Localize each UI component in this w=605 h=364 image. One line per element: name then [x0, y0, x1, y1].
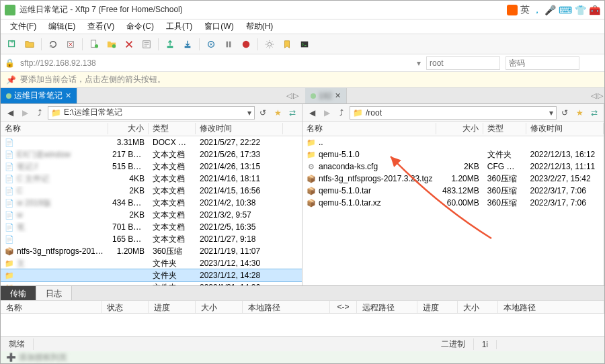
close-tab-icon[interactable]: ✕ [335, 91, 341, 100]
delete-button[interactable] [122, 37, 136, 52]
file-row[interactable]: 📄笔记.f515 Bytes文本文档2021/4/26, 13:15 [1, 161, 302, 173]
local-file-header[interactable]: 名称 大小 类型 修改时间 [1, 122, 302, 136]
remote-file-list[interactable]: 📁..📁qemu-5.1.0文件夹2022/12/13, 16:12⚙anaco… [302, 136, 604, 285]
menu-command[interactable]: 命令(C) [121, 19, 159, 34]
col-name[interactable]: 名称 [1, 123, 108, 134]
ime-skin-icon[interactable]: 👕 [575, 5, 586, 15]
file-row[interactable]: 📄EX门道window217 Bytes文本文档2021/5/26, 17:33 [1, 148, 302, 161]
file-row[interactable]: 📦qemu-5.1.0.tar483.12MB360压缩2022/3/17, 7… [302, 185, 604, 197]
file-row[interactable]: 📄w 2019版434 Bytes文本文档2021/4/2, 10:38 [1, 197, 302, 209]
file-row[interactable]: 📄笔701 Bytes文本文档2021/2/5, 16:35 [1, 221, 302, 233]
pin-icon[interactable]: 📌 [6, 75, 16, 85]
file-row[interactable]: 📦ntfs-3g_ntfsprogs-2017.3.23.tgz1.20MB36… [302, 173, 604, 185]
new-session-button[interactable] [5, 37, 19, 52]
local-path-field[interactable]: 📁 E:\运维日常笔记 ▾ [48, 106, 255, 120]
properties-button[interactable] [139, 37, 154, 52]
tcol-localpath[interactable]: 本地路径 [243, 301, 330, 313]
stop-button[interactable] [239, 37, 253, 52]
tcol-localpath2[interactable]: 本地路径 [498, 301, 604, 313]
tcol-direction[interactable]: <-> [330, 301, 357, 313]
sync-button[interactable] [204, 37, 218, 52]
sync-browse-button[interactable]: ⇄ [588, 108, 601, 118]
open-button[interactable] [22, 37, 37, 52]
log-tab[interactable]: 日志 [36, 286, 72, 300]
new-file-button[interactable] [87, 37, 102, 52]
home-button[interactable]: ★ [271, 108, 284, 118]
col-date[interactable]: 修改时间 [526, 123, 604, 134]
col-size[interactable]: 大小 [436, 123, 483, 134]
up-button[interactable]: ⤴ [335, 108, 348, 118]
file-row[interactable]: 📄w2KB文本文档2021/3/2, 9:57 [1, 209, 302, 221]
ime-language[interactable]: 英 [520, 4, 530, 16]
upload-button[interactable] [163, 37, 177, 52]
file-row[interactable]: ⚙anaconda-ks.cfg2KBCFG 文件2022/12/13, 11:… [302, 161, 604, 173]
ime-keyboard-icon[interactable]: ⌨ [559, 5, 572, 15]
forward-button[interactable]: ▶ [320, 108, 333, 118]
tab-next-icon[interactable]: ▷ [293, 91, 298, 100]
local-tab[interactable]: 运维日常笔记 ✕ [1, 88, 77, 103]
back-button[interactable]: ◀ [3, 108, 17, 118]
file-row[interactable]: 📄C2KB文本文档2021/4/15, 16:56 [1, 185, 302, 197]
dropdown-icon[interactable]: ▾ [417, 58, 421, 68]
menu-help[interactable]: 帮助(H) [241, 19, 279, 34]
download-button[interactable] [180, 37, 195, 52]
transfer-list[interactable] [1, 314, 604, 336]
file-row[interactable]: 📄C 文件记4KB文本文档2021/4/16, 18:11 [1, 173, 302, 185]
menu-view[interactable]: 查看(V) [82, 19, 120, 34]
remote-tab[interactable]: 192 ✕ [305, 88, 347, 103]
remote-file-header[interactable]: 名称 大小 类型 修改时间 [302, 122, 604, 136]
ime-toolbox-icon[interactable]: 🧰 [589, 5, 600, 15]
pause-button[interactable] [221, 37, 236, 52]
username-input[interactable] [426, 56, 500, 70]
tcol-remotepath[interactable]: 远程路径 [357, 301, 417, 313]
col-size[interactable]: 大小 [108, 123, 149, 134]
col-type[interactable]: 类型 [483, 123, 526, 134]
tcol-size2[interactable]: 大小 [458, 301, 498, 313]
file-row[interactable]: 📁qemu-5.1.0文件夹2022/12/13, 16:12 [302, 148, 604, 161]
file-row[interactable]: 📄165 Bytes文本文档2021/1/27, 9:18 [1, 233, 302, 245]
file-row[interactable]: 📦qemu-5.1.0.tar.xz60.00MB360压缩2022/3/17,… [302, 197, 604, 209]
tab-prev-icon[interactable]: ◁ [591, 91, 596, 100]
file-row[interactable]: 📁文文件夹2023/1/12, 14:30 [1, 257, 302, 269]
refresh-button[interactable]: ↺ [558, 108, 571, 118]
dropdown-icon[interactable]: ▾ [549, 108, 553, 118]
menu-window[interactable]: 窗口(W) [199, 19, 239, 34]
up-button[interactable]: ⤴ [33, 108, 46, 118]
host-input[interactable] [17, 56, 414, 70]
col-type[interactable]: 类型 [149, 123, 196, 134]
terminal-button[interactable] [297, 37, 312, 52]
dropdown-icon[interactable]: ▾ [247, 108, 251, 118]
tcol-status[interactable]: 状态 [102, 301, 149, 313]
back-button[interactable]: ◀ [305, 108, 319, 118]
menu-file[interactable]: 文件(F) [5, 19, 42, 34]
tcol-progress[interactable]: 进度 [149, 301, 196, 313]
file-row[interactable]: 📁文件夹2023/1/12, 14:28 [1, 269, 302, 281]
bookmark-button[interactable] [280, 37, 294, 52]
ime-punct-icon[interactable]: ， [532, 4, 542, 16]
file-row[interactable]: 📦ntfs-3g_ntfsprogs-201…1.20MB360压缩2021/1… [1, 245, 302, 257]
sogou-icon[interactable] [507, 5, 518, 15]
password-input[interactable] [506, 56, 579, 70]
options-button[interactable] [262, 37, 277, 52]
disconnect-button[interactable] [63, 37, 78, 52]
home-button[interactable]: ★ [573, 108, 586, 118]
remote-path-field[interactable]: 📁 /root ▾ [350, 106, 557, 120]
tab-next-icon[interactable]: ▷ [598, 91, 603, 100]
local-file-list[interactable]: 📄3.31MBDOCX 文档2021/5/27, 22:22📄EX门道windo… [1, 136, 302, 285]
tcol-size[interactable]: 大小 [196, 301, 243, 313]
sync-browse-button[interactable]: ⇄ [286, 108, 299, 118]
tcol-progress2[interactable]: 进度 [417, 301, 458, 313]
forward-button[interactable]: ▶ [18, 108, 32, 118]
bottom-hint[interactable]: ➕ 添加授权到页 [1, 351, 604, 363]
menu-tools[interactable]: 工具(T) [161, 19, 198, 34]
refresh-button[interactable]: ↺ [256, 108, 270, 118]
ime-mic-icon[interactable]: 🎤 [544, 5, 556, 15]
file-row[interactable]: 📁文件夹2022/1/21, 14:26 [1, 281, 302, 285]
close-tab-icon[interactable]: ✕ [65, 91, 71, 100]
tab-prev-icon[interactable]: ◁ [286, 91, 292, 100]
reconnect-button[interactable] [46, 37, 61, 52]
menu-edit[interactable]: 编辑(E) [43, 19, 81, 34]
file-row[interactable]: 📁.. [302, 136, 604, 148]
col-date[interactable]: 修改时间 [196, 123, 283, 134]
transfer-tab[interactable]: 传输 [1, 286, 36, 300]
